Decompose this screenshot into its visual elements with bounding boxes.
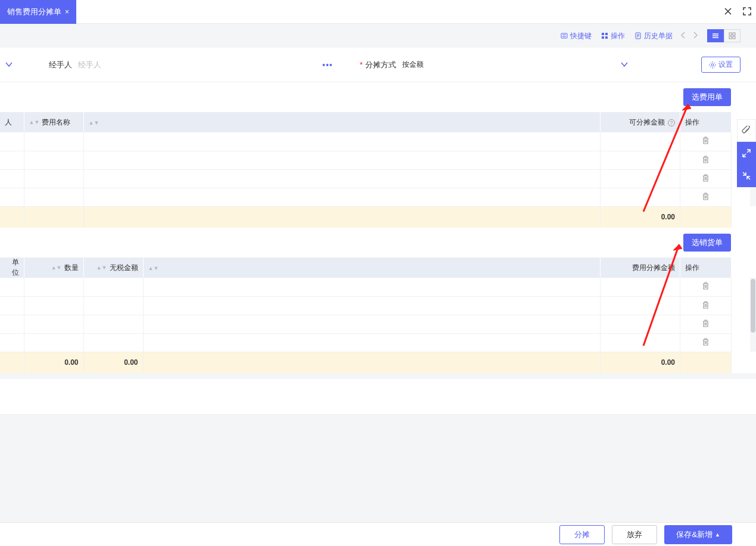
table-row[interactable]: [0, 296, 732, 315]
svg-rect-5: [602, 36, 604, 39]
svg-rect-9: [733, 33, 735, 35]
toolbar-shortcut[interactable]: 快捷键: [557, 31, 595, 41]
method-value[interactable]: 按金额: [402, 60, 424, 70]
nav-next-icon[interactable]: [690, 32, 700, 41]
col-unit[interactable]: 单位: [0, 258, 24, 278]
col-fee[interactable]: 费用分摊金额: [601, 258, 680, 278]
toolbar-operate[interactable]: 操作: [598, 31, 629, 41]
col-operation: 操作: [680, 112, 732, 132]
allot-button[interactable]: 分摊: [559, 525, 605, 544]
attachment-icon[interactable]: [737, 119, 756, 142]
trash-icon[interactable]: [702, 175, 710, 184]
save-label: 保存&新增: [676, 529, 713, 540]
form-area: 经手人 ••• *分摊方式 按金额 设置: [0, 48, 756, 82]
table-row[interactable]: [0, 169, 732, 188]
save-new-button[interactable]: 保存&新增 ▲: [664, 525, 732, 544]
view-list-button[interactable]: [707, 29, 724, 42]
col-qty[interactable]: ▲▼数量: [24, 258, 83, 278]
setting-label: 设置: [718, 60, 733, 70]
tab-close-icon[interactable]: ×: [65, 8, 69, 16]
trash-icon[interactable]: [702, 302, 710, 311]
toolbar-shortcut-label: 快捷键: [570, 31, 592, 41]
scrollbar-thumb[interactable]: [751, 279, 755, 333]
svg-point-12: [711, 64, 714, 66]
footer: 分摊 放弃 保存&新增 ▲: [0, 522, 756, 546]
table-row[interactable]: [0, 151, 732, 169]
svg-rect-2: [562, 36, 566, 37]
handler-input[interactable]: [78, 58, 316, 72]
table-sum-row: 0.00: [0, 206, 732, 228]
handler-label: 经手人: [49, 60, 72, 70]
close-icon[interactable]: [724, 7, 732, 17]
svg-rect-0: [561, 33, 567, 38]
expand-in-icon[interactable]: [737, 165, 756, 187]
svg-rect-11: [733, 36, 735, 39]
col-person[interactable]: 人: [0, 112, 24, 132]
trash-icon[interactable]: [702, 194, 710, 202]
col-blank[interactable]: ▲▼: [83, 112, 601, 132]
toolbar: 快捷键 操作 历史单据: [0, 24, 756, 48]
svg-rect-8: [729, 33, 732, 35]
toolbar-history-label: 历史单据: [644, 31, 673, 41]
trash-icon[interactable]: [702, 339, 710, 348]
tab-bar: 销售费用分摊单 ×: [0, 0, 756, 24]
discard-button[interactable]: 放弃: [612, 525, 657, 544]
select-sales-button[interactable]: 选销货单: [683, 234, 731, 252]
col-operation2: 操作: [680, 258, 732, 278]
table-row[interactable]: [0, 278, 732, 296]
col-allocatable-amount[interactable]: 可分摊金额 ?: [601, 112, 680, 132]
svg-rect-10: [729, 36, 732, 39]
svg-rect-3: [602, 33, 604, 35]
col-notax[interactable]: ▲▼无税金额: [83, 258, 143, 278]
table-row[interactable]: [0, 188, 732, 206]
sum-notax: 0.00: [83, 352, 143, 373]
sum-qty: 0.00: [24, 352, 83, 373]
svg-rect-6: [605, 36, 608, 39]
toolbar-operate-label: 操作: [611, 31, 625, 41]
trash-icon[interactable]: [702, 283, 710, 291]
fullscreen-icon[interactable]: [743, 7, 751, 17]
table-row[interactable]: [0, 132, 732, 151]
svg-rect-4: [605, 33, 608, 35]
toolbar-history[interactable]: 历史单据: [631, 31, 676, 41]
info-icon[interactable]: ?: [668, 119, 675, 126]
handler-more-icon[interactable]: •••: [322, 60, 333, 70]
caret-up-icon: ▲: [715, 532, 720, 538]
trash-icon[interactable]: [702, 138, 710, 146]
svg-rect-1: [562, 35, 566, 35]
sum-amount: 0.00: [601, 206, 680, 228]
method-chevron-icon[interactable]: [620, 61, 629, 69]
table-row[interactable]: [0, 333, 732, 352]
method-label: *分摊方式: [360, 60, 396, 70]
trash-icon[interactable]: [702, 321, 710, 329]
nav-prev-icon[interactable]: [679, 32, 688, 41]
tab-active[interactable]: 销售费用分摊单 ×: [0, 0, 76, 24]
view-grid-button[interactable]: [724, 29, 741, 42]
expand-out-icon[interactable]: [737, 142, 756, 165]
table-row[interactable]: [0, 315, 732, 333]
form-dropdown-icon[interactable]: [5, 61, 13, 69]
tab-title: 销售费用分摊单: [7, 7, 61, 17]
setting-button[interactable]: 设置: [701, 57, 741, 73]
sales-table: 单位 ▲▼数量 ▲▼无税金额 ▲▼ 费用分摊金额 操作 0.000.000.00: [0, 258, 732, 373]
col-blank2[interactable]: ▲▼: [143, 258, 601, 278]
trash-icon[interactable]: [702, 157, 710, 165]
select-expense-button[interactable]: 选费用单: [683, 88, 731, 106]
col-expense-name[interactable]: ▲▼费用名称: [24, 112, 83, 132]
sum-fee: 0.00: [601, 352, 680, 373]
expense-table: 人 ▲▼费用名称 ▲▼ 可分摊金额 ? 操作 0.00: [0, 112, 732, 228]
table-sum-row: 0.000.000.00: [0, 352, 732, 373]
